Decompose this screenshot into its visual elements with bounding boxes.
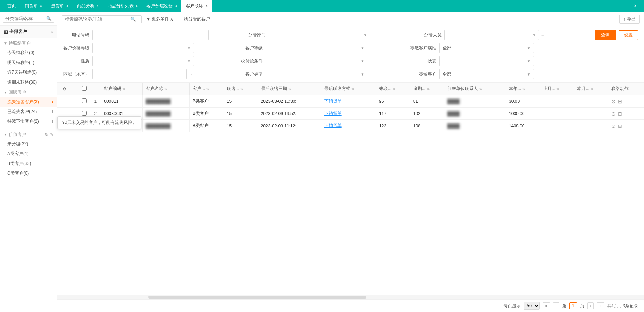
tab-customer-segment[interactable]: 客户分层经营 × [142,0,181,12]
more-conditions-button[interactable]: ▼ 更多条件 ∧ [146,16,173,22]
last-contact-date-column-header[interactable]: 最后联络日期⇅ [258,83,321,95]
settings-column-header[interactable]: ⚙ [57,83,79,95]
sidebar-group-pending[interactable]: ▼ 待联络客户 [0,38,57,48]
sidebar-group-value[interactable]: ▼ 价值客户 ↻ ✎ [0,129,57,139]
price-level-select[interactable]: ▼ [92,43,194,53]
name-column-header[interactable]: 客户名称⇅ [143,83,190,95]
per-page-select[interactable]: 50 [524,302,540,310]
contact-method-link[interactable]: 下销货单 [324,123,342,128]
customer-level-select[interactable]: ▼ [266,43,367,53]
contact-column-header[interactable]: 联络...⇅ [224,83,258,95]
sidebar-item-today[interactable]: 今天待联络(0) [0,48,57,58]
phone-input[interactable] [92,30,209,40]
next-page-button[interactable]: › [587,302,594,309]
close-tab-customer-segment[interactable]: × [175,4,177,8]
select-all-checkbox[interactable] [82,86,87,91]
status-select[interactable]: ▼ [439,56,534,66]
search-input[interactable] [65,17,130,22]
row-last-contact-method-cell[interactable]: 下销货单 [321,108,376,120]
sidebar-collapse-button[interactable]: « [51,29,53,35]
last-contact-method-column-header[interactable]: 最后联络方式⇅ [321,83,376,95]
region-ellipsis[interactable]: ··· [187,72,193,77]
value-edit-icon[interactable]: ✎ [50,132,53,137]
sidebar-item-churned[interactable]: 已流失客户(24) ℹ [0,107,57,117]
settings-gear-icon[interactable]: ⚙ [60,86,69,92]
sidebar-item-churn-warning[interactable]: 流失预警客户(3) ● [0,97,57,107]
this-year-column-header[interactable]: 本年...⇅ [506,83,540,95]
contact-method-link[interactable]: 下销货单 [324,98,342,104]
payment-select[interactable]: ▼ [266,56,367,66]
close-tab-customer-contact[interactable]: × [205,4,208,8]
sidebar-item-class-b[interactable]: B类客户(33) [0,159,57,169]
unit-contact-column-header[interactable]: 往来单位联系人⇅ [444,83,506,95]
select-all-header[interactable] [79,83,90,95]
my-customers-check[interactable] [178,17,182,21]
prev-page-button[interactable]: ‹ [553,302,559,309]
retail-customer-select[interactable]: 全部 ▼ [439,69,534,79]
retail-attr-select[interactable]: 全部 ▼ [439,43,534,53]
row-last-contact-method-cell[interactable]: 下销货单 [321,120,376,132]
last-month-column-header[interactable]: 上月...⇅ [540,83,574,95]
all-customers-label[interactable]: ⊞ 全部客户 [4,29,27,35]
code-column-header[interactable]: 客户编码⇅ [101,83,143,95]
more-action-icon[interactable]: ⊞ [618,98,622,104]
tab-sales[interactable]: 销货单 × [20,0,47,12]
sidebar-group-review[interactable]: ▼ 回顾客户 [0,87,57,97]
last-page-button[interactable]: » [597,302,604,309]
dept-select[interactable]: ▼ [269,30,370,40]
sidebar-item-class-c[interactable]: C类客户(6) [0,169,57,178]
uncontact-column-header[interactable]: 未联...⇅ [376,83,410,95]
type-column-header[interactable]: 客户...⇅ [189,83,224,95]
tab-customer-contact[interactable]: 客户联络 × [181,0,212,12]
sidebar-item-declining[interactable]: 持续下滑客户(2) ℹ [0,117,57,126]
sidebar-search-icon[interactable]: 🔍 [46,16,52,21]
this-month-column-header[interactable]: 本月...⇅ [574,83,608,95]
scrollbar-thumb[interactable] [148,296,366,299]
contact-icon[interactable]: ⊙ [611,123,616,129]
tab-product-analysis[interactable]: 商品分析 × [73,0,103,12]
more-action-icon[interactable]: ⊞ [618,111,622,117]
my-customers-checkbox[interactable]: 我分管的客户 [178,16,210,22]
export-button[interactable]: ↑ 导出 [619,15,640,24]
sidebar-item-tomorrow[interactable]: 明天待联络(1) [0,58,57,68]
contact-icon[interactable]: ⊙ [611,98,616,104]
close-tab-sales[interactable]: × [40,4,42,8]
close-tab-product-analysis[interactable]: × [97,4,99,8]
manager-ellipsis[interactable]: ··· [539,32,546,37]
row-checkbox-cell[interactable] [79,95,90,108]
sidebar-item-overdue[interactable]: 逾期未联络(30) [0,77,57,87]
filter-phone: 电话号码 [63,30,240,40]
row-checkbox[interactable] [82,111,87,116]
tab-home[interactable]: 首页 [3,0,20,12]
customer-level-label: 客户等级 [237,45,266,51]
search-submit-icon[interactable]: 🔍 [130,17,136,22]
region-select[interactable] [92,69,187,79]
horizontal-scrollbar[interactable] [57,295,644,299]
customer-type-select[interactable]: ▼ [266,69,367,79]
row-last-month-cell [540,120,574,132]
first-page-button[interactable]: « [543,302,550,309]
close-tab-purchase[interactable]: × [66,4,68,8]
contact-icon[interactable]: ⊙ [611,111,616,117]
sidebar-item-ungroup[interactable]: 未分组(32) [0,139,57,149]
nav-right: × [629,3,641,9]
contact-method-link[interactable]: 下销货单 [324,111,342,116]
close-tab-product-analysis-list[interactable]: × [136,4,138,8]
tab-purchase[interactable]: 进货单 × [47,0,73,12]
window-close-button[interactable]: × [629,3,641,9]
value-refresh-icon[interactable]: ↻ [45,132,48,137]
query-button[interactable]: 查询 [595,30,616,40]
overdue-column-header[interactable]: 逾期...⇅ [410,83,444,95]
filter-retail-customer: 零散客户 全部 ▼ [410,69,584,79]
row-last-contact-method-cell[interactable]: 下销货单 [321,95,376,108]
manager-select[interactable]: ▼ [444,30,539,40]
sidebar-item-7days[interactable]: 近7天待联络(0) [0,68,57,77]
more-action-icon[interactable]: ⊞ [618,123,622,129]
sidebar-item-class-a[interactable]: A类客户(1) [0,149,57,159]
settings-button[interactable]: 设置 [619,30,638,40]
row-checkbox[interactable] [82,98,87,103]
tab-product-analysis-list[interactable]: 商品分析列表 × [103,0,142,12]
filter-bar: 🔍 ▼ 更多条件 ∧ 我分管的客户 ↑ 导出 [57,12,644,27]
nature-select[interactable]: ▼ [92,56,194,66]
row-action-cell: ⊙ ⊞ [608,108,644,120]
